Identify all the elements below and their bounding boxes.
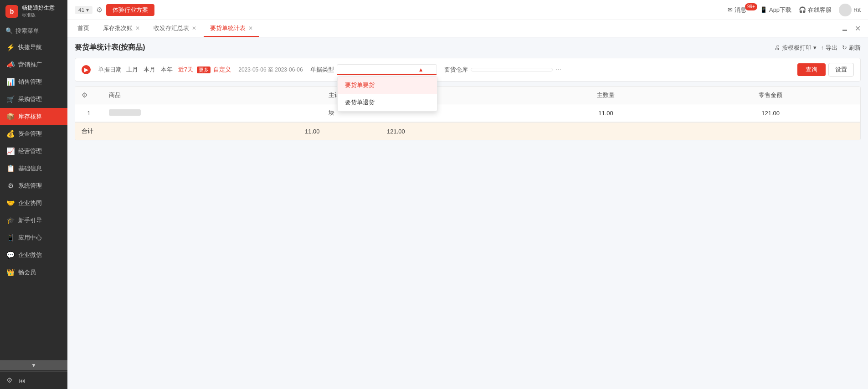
- tab-inventory-batch[interactable]: 库存批次账 ✕: [97, 20, 146, 37]
- finance-icon: 💰: [6, 130, 15, 138]
- sidebar-bottom: ⚙ ⏮: [0, 371, 67, 389]
- date-buttons: 上月 本月 本年 近7天 更多: [124, 65, 211, 75]
- system-icon: ⚙: [6, 182, 15, 190]
- refresh-button[interactable]: ↻ 刷新: [842, 44, 861, 52]
- basic-icon: 📋: [6, 164, 15, 173]
- sidebar-item-quick-nav[interactable]: ⚡ 快捷导航: [0, 39, 67, 56]
- sidebar-item-finance[interactable]: 💰 资金管理: [0, 125, 67, 143]
- date-more-tag[interactable]: 更多: [197, 67, 211, 73]
- table-row: 1 块 11.00 121.00: [75, 104, 860, 122]
- dropdown-item-order[interactable]: 要货单要货: [338, 77, 437, 94]
- warehouse-input[interactable]: [471, 68, 553, 72]
- sidebar-item-sales[interactable]: 📊 销售管理: [0, 73, 67, 91]
- refresh-icon: ↻: [842, 44, 847, 51]
- sidebar-nav: ⚡ 快捷导航 📣 营销推广 📊 销售管理 🛒 采购管理 📦 库存核算 💰 资金管…: [0, 39, 67, 359]
- dropdown-item-return[interactable]: 要货单退货: [338, 94, 437, 111]
- inventory-icon: 📦: [6, 113, 15, 121]
- sidebar-item-member[interactable]: 👑 畅会员: [0, 264, 67, 281]
- footer-label: 合计: [82, 127, 182, 135]
- page-actions: 🖨 按模板打印 ▾ ↑ 导出 ↻ 刷新: [774, 44, 861, 52]
- page-title: 要货单统计表(按商品): [75, 43, 145, 52]
- message-badge: 99+: [745, 3, 757, 10]
- type-label: 单据类型: [310, 66, 334, 74]
- topbar: 41 ▾ ⚙ 体验行业方案 ✉ 消息 99+ 📱 App下载 🎧 在线客服 R: [67, 0, 868, 20]
- operation-icon: 📈: [6, 147, 15, 155]
- col-product-header: 商品: [103, 87, 322, 104]
- table-header-row: ⚙ 商品 主计量单位 主数量 零售金额: [75, 87, 860, 104]
- tab-minimize-button[interactable]: 🗕: [839, 23, 850, 35]
- sidebar-item-inventory[interactable]: 📦 库存核算: [0, 108, 67, 125]
- sidebar-item-marketing[interactable]: 📣 营销推广: [0, 56, 67, 73]
- date-btn-this-month[interactable]: 本月: [142, 65, 157, 75]
- filter-more-icon[interactable]: ···: [555, 66, 561, 74]
- filter-bar: ▶ 单据日期 上月 本月 本年 近7天 更多 自定义 2023-05-06 至 …: [75, 58, 861, 82]
- message-button[interactable]: ✉ 消息 99+: [728, 6, 753, 14]
- tabs-bar: 首页 库存批次账 ✕ 收发存汇总表 ✕ 要货单统计表 ✕ 🗕 ✕: [67, 20, 868, 37]
- date-btn-last-month[interactable]: 上月: [124, 65, 140, 75]
- page-container: 要货单统计表(按商品) 🖨 按模板打印 ▾ ↑ 导出 ↻ 刷新: [67, 37, 868, 146]
- table-footer: 合计 11.00 121.00: [75, 122, 860, 140]
- headset-icon: 🎧: [799, 6, 806, 13]
- date-filter-group: 单据日期 上月 本月 本年 近7天 更多 自定义: [98, 65, 231, 75]
- app-center-icon: 📱: [6, 234, 15, 242]
- date-btn-7days[interactable]: 近7天: [176, 65, 195, 75]
- member-icon: 👑: [6, 268, 15, 276]
- print-button[interactable]: 🖨 按模板打印 ▾: [774, 44, 817, 52]
- sidebar-item-operation[interactable]: 📈 经营管理: [0, 143, 67, 160]
- sidebar-scroll-down[interactable]: ▼: [0, 360, 67, 370]
- app-name-group: 畅捷通好生意 标准版: [22, 5, 55, 18]
- user-profile[interactable]: Rit: [839, 4, 861, 16]
- warehouse-label: 要货仓库: [444, 66, 468, 74]
- quick-nav-icon: ⚡: [6, 43, 15, 51]
- sidebar-item-app-center[interactable]: 📱 应用中心: [0, 229, 67, 246]
- tab-close-order-stats[interactable]: ✕: [248, 25, 253, 31]
- export-icon: ↑: [821, 44, 824, 51]
- app-download-button[interactable]: 📱 App下载: [760, 6, 791, 14]
- sidebar-collapse-icon[interactable]: ⏮: [19, 377, 26, 384]
- print-dropdown-icon: ▾: [813, 44, 817, 51]
- sidebar-item-guide[interactable]: 🎓 新手引导: [0, 212, 67, 229]
- topbar-gear-icon[interactable]: ⚙: [96, 5, 103, 14]
- filter-expand-button[interactable]: ▶: [82, 65, 91, 74]
- sidebar-logo: b 畅捷通好生意 标准版: [0, 0, 67, 23]
- sidebar-settings-icon[interactable]: ⚙: [6, 376, 12, 384]
- tab-home[interactable]: 首页: [71, 20, 96, 37]
- sidebar-item-enterprise[interactable]: 🤝 企业协同: [0, 194, 67, 212]
- wechat-icon: 💬: [6, 251, 15, 259]
- date-btn-this-year[interactable]: 本年: [159, 65, 175, 75]
- tab-order-stats[interactable]: 要货单统计表 ✕: [204, 20, 259, 37]
- type-input-wrapper[interactable]: ▲ 要货单要货 要货单退货: [337, 64, 437, 75]
- footer-amount: 121.00: [387, 128, 432, 135]
- tab-close-inventory-batch[interactable]: ✕: [135, 25, 140, 31]
- row-product: [103, 104, 322, 122]
- type-input[interactable]: [341, 66, 418, 73]
- date-custom-button[interactable]: 自定义: [213, 66, 231, 74]
- query-button[interactable]: 查询: [797, 63, 826, 76]
- warehouse-filter-group: 要货仓库 ···: [444, 66, 561, 74]
- col-qty-header: 主数量: [531, 87, 681, 104]
- tabs-end: 🗕 ✕: [837, 20, 864, 37]
- version-selector[interactable]: 41 ▾: [75, 6, 92, 14]
- data-table-container: ⚙ 商品 主计量单位 主数量 零售金额 1: [75, 86, 861, 140]
- type-dropdown: 要货单要货 要货单退货: [337, 76, 437, 112]
- sidebar-search[interactable]: 🔍 搜索菜单: [0, 23, 67, 39]
- main-content: 41 ▾ ⚙ 体验行业方案 ✉ 消息 99+ 📱 App下载 🎧 在线客服 R: [67, 0, 868, 389]
- content-area: 要货单统计表(按商品) 🖨 按模板打印 ▾ ↑ 导出 ↻ 刷新: [67, 37, 868, 389]
- column-settings-icon[interactable]: ⚙: [82, 91, 87, 99]
- row-amount: 121.00: [681, 104, 860, 122]
- sidebar-item-system[interactable]: ⚙ 系统管理: [0, 177, 67, 194]
- export-button[interactable]: ↑ 导出: [821, 44, 838, 52]
- sidebar-item-wechat[interactable]: 💬 企业微信: [0, 246, 67, 264]
- tab-collect-summary[interactable]: 收发存汇总表 ✕: [147, 20, 203, 37]
- tab-close-collect-summary[interactable]: ✕: [192, 25, 196, 31]
- date-label: 单据日期: [98, 66, 122, 74]
- online-service-button[interactable]: 🎧 在线客服: [799, 6, 832, 14]
- row-index: 1: [75, 104, 103, 122]
- trial-button[interactable]: 体验行业方案: [106, 4, 154, 16]
- tab-close-all-button[interactable]: ✕: [853, 22, 863, 35]
- sidebar-item-purchase[interactable]: 🛒 采购管理: [0, 91, 67, 108]
- setting-button[interactable]: 设置: [828, 63, 854, 77]
- sidebar-item-basic[interactable]: 📋 基础信息: [0, 160, 67, 177]
- filter-actions: 查询 设置: [797, 63, 854, 77]
- chevron-down-icon: ▾: [86, 7, 89, 13]
